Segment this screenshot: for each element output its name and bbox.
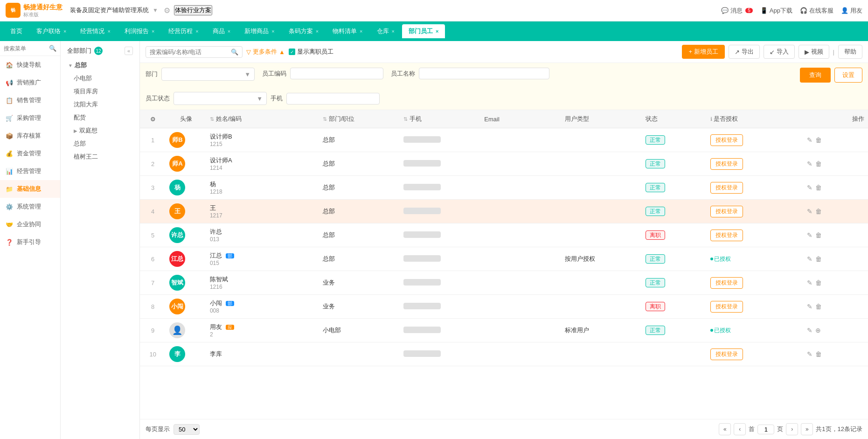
settings-icon[interactable]: ⚙ [164, 6, 170, 15]
sidebar-item-collab[interactable]: 🤝 企业协同 [0, 216, 60, 233]
filter-empcode-input[interactable] [290, 68, 383, 79]
row3-edit-icon[interactable]: ✎ [807, 184, 812, 191]
sidebar-item-sales[interactable]: 📋 销售管理 [0, 91, 60, 109]
page-input[interactable] [757, 425, 774, 434]
query-btn[interactable]: 查询 [800, 68, 831, 83]
online-service-btn[interactable]: 🎧 在线客服 [800, 7, 833, 15]
tab-barcode-close[interactable]: × [316, 28, 319, 34]
tab-warehouse[interactable]: 仓库× [370, 24, 401, 38]
col-name[interactable]: ⇅ 姓名/编码 [206, 110, 319, 128]
row2-auth-btn[interactable]: 授权登录 [710, 158, 743, 170]
experience-btn[interactable]: 体验行业方案 [174, 5, 212, 15]
search-icon[interactable]: 🔍 [231, 49, 238, 56]
row8-delete-icon[interactable]: 🗑 [815, 303, 822, 310]
sidebar-item-purchase[interactable]: 🛒 采购管理 [0, 109, 60, 127]
import-btn[interactable]: ↙ 导入 [764, 45, 795, 59]
tree-item-shuangting[interactable]: ▶ 双庭想 [64, 124, 136, 137]
tab-goods-close[interactable]: × [228, 28, 230, 34]
col-dept[interactable]: ⇅ 部门/职位 [319, 110, 400, 128]
row5-auth-btn[interactable]: 授权登录 [710, 230, 743, 241]
tab-bom-close[interactable]: × [360, 28, 362, 34]
tab-history[interactable]: 经营历程× [162, 24, 205, 38]
row8-edit-icon[interactable]: ✎ [807, 303, 812, 310]
tree-item-xiangmu[interactable]: 项目库房 [64, 85, 136, 98]
sidebar-item-marketing[interactable]: 📢 营销推广 [0, 74, 60, 91]
row7-auth-btn[interactable]: 授权登录 [710, 277, 743, 289]
row10-auth-btn[interactable]: 授权登录 [710, 348, 743, 360]
filter-empname-input[interactable] [419, 68, 549, 79]
sidebar-item-inventory[interactable]: 📦 库存核算 [0, 127, 60, 145]
col-phone[interactable]: ⇅ 手机 [400, 110, 480, 128]
tree-item-zongbu[interactable]: ▼ 总部 [64, 59, 136, 72]
more-filters-btn[interactable]: ▽ 更多条件 ▲ [246, 48, 285, 56]
row4-auth-btn[interactable]: 授权登录 [710, 206, 743, 217]
row1-edit-icon[interactable]: ✎ [807, 136, 812, 144]
row3-delete-icon[interactable]: 🗑 [815, 184, 822, 191]
row10-edit-icon[interactable]: ✎ [807, 350, 812, 358]
settings-col-icon[interactable]: ⚙ [150, 116, 156, 123]
last-page-btn[interactable]: » [801, 423, 813, 435]
prev-page-btn[interactable]: ‹ [734, 423, 746, 435]
system-dropdown-icon[interactable]: ▼ [153, 7, 158, 14]
row9-copy-icon[interactable]: ⊕ [815, 327, 821, 334]
row3-auth-btn[interactable]: 授权登录 [710, 182, 743, 194]
per-page-select[interactable]: 50 100 200 [174, 424, 200, 435]
first-page-btn[interactable]: « [719, 423, 731, 435]
tab-customer[interactable]: 客户联络× [30, 24, 73, 38]
sidebar-item-finance[interactable]: 💰 资金管理 [0, 145, 60, 162]
export-btn[interactable]: ↗ 导出 [729, 45, 760, 59]
next-page-btn[interactable]: › [786, 423, 798, 435]
row1-auth-btn[interactable]: 授权登录 [710, 134, 743, 146]
sidebar-item-nav[interactable]: 🏠 快捷导航 [0, 56, 60, 74]
filter-phone-input[interactable] [286, 93, 380, 105]
row1-delete-icon[interactable]: 🗑 [815, 136, 822, 144]
tab-profit[interactable]: 利润报告× [118, 24, 161, 38]
tab-operation[interactable]: 经营情况× [74, 24, 117, 38]
add-employee-btn[interactable]: + 新增员工 [682, 45, 724, 59]
tab-add-goods[interactable]: 新增商品× [238, 24, 281, 38]
message-btn[interactable]: 💬 消息 5 [721, 7, 753, 15]
tree-item-zongbu2[interactable]: 总部 [64, 137, 136, 150]
row2-delete-icon[interactable]: 🗑 [815, 160, 822, 167]
sidebar-search-input[interactable] [4, 45, 49, 52]
filter-dept-select[interactable]: ▼ [161, 68, 255, 81]
user-btn[interactable]: 👤 用友 [841, 7, 862, 15]
row6-delete-icon[interactable]: 🗑 [815, 255, 822, 263]
row7-delete-icon[interactable]: 🗑 [815, 279, 822, 286]
sidebar-item-system[interactable]: ⚙️ 系统管理 [0, 198, 60, 216]
tab-goods[interactable]: 商品× [206, 24, 237, 38]
tab-warehouse-close[interactable]: × [392, 28, 395, 34]
row7-edit-icon[interactable]: ✎ [807, 279, 812, 286]
row8-auth-btn[interactable]: 授权登录 [710, 301, 743, 313]
tab-employees-close[interactable]: × [436, 28, 438, 34]
tab-history-close[interactable]: × [195, 28, 198, 34]
show-inactive-toggle[interactable]: ✓ 显示离职员工 [289, 48, 333, 56]
row5-delete-icon[interactable]: 🗑 [815, 231, 822, 239]
tab-employees[interactable]: 部门员工× [402, 24, 445, 38]
tab-operation-close[interactable]: × [107, 28, 110, 34]
sidebar-item-management[interactable]: 📊 经营管理 [0, 162, 60, 180]
tab-bom[interactable]: 物料清单× [326, 24, 369, 38]
sidebar-item-guide[interactable]: ❓ 新手引导 [0, 233, 60, 251]
row4-edit-icon[interactable]: ✎ [807, 208, 812, 215]
tab-profit-close[interactable]: × [152, 28, 154, 34]
tab-home[interactable]: 首页 [4, 24, 29, 38]
sidebar-item-basic[interactable]: 📁 基础信息 [0, 180, 60, 198]
tree-item-peihuo[interactable]: 配货 [64, 111, 136, 124]
set-btn[interactable]: 设置 [834, 68, 862, 83]
row10-delete-icon[interactable]: 🗑 [815, 350, 822, 358]
tab-customer-close[interactable]: × [63, 28, 66, 34]
row5-edit-icon[interactable]: ✎ [807, 231, 812, 239]
tab-barcode[interactable]: 条码方案× [282, 24, 325, 38]
tree-item-zhishu[interactable]: 植树王二 [64, 150, 136, 163]
search-input[interactable] [150, 49, 229, 56]
tree-collapse-btn[interactable]: « [125, 47, 133, 55]
tree-item-shenyang[interactable]: 沈阳大库 [64, 98, 136, 111]
view-btn[interactable]: ▶ 视频 [799, 45, 829, 59]
row2-edit-icon[interactable]: ✎ [807, 160, 812, 167]
app-download-btn[interactable]: 📱 App下载 [760, 7, 792, 15]
help-btn[interactable]: 帮助 [838, 45, 862, 59]
row9-edit-icon[interactable]: ✎ [807, 327, 812, 334]
row6-edit-icon[interactable]: ✎ [807, 255, 812, 263]
tab-add-goods-close[interactable]: × [271, 28, 274, 34]
